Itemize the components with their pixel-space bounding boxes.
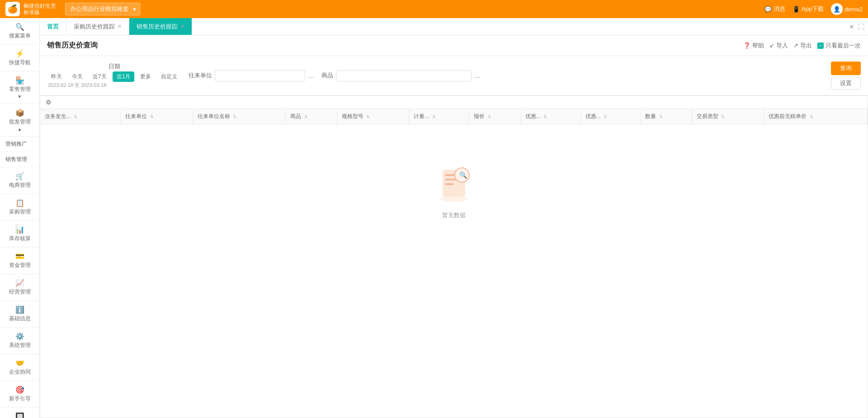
col-unit[interactable]: 计量... ⇅ xyxy=(409,109,469,124)
sidebar-item-marketing[interactable]: 营销推广 xyxy=(0,137,39,152)
table-toolbar: ⚙ xyxy=(40,96,868,109)
user-menu[interactable]: 👤 demo2 xyxy=(831,3,863,15)
sidebar-item-label: 电商管理 xyxy=(9,181,31,189)
sidebar-item-label: 批发管理 xyxy=(9,118,31,126)
app-download-btn[interactable]: 📱 App下载 xyxy=(793,5,824,13)
date-options: 昨天 今天 近7天 近1月 更多 自定义 xyxy=(47,71,181,82)
col-spec[interactable]: 规格型号 ⇅ xyxy=(337,109,409,124)
date-btn-today[interactable]: 今天 xyxy=(68,71,87,82)
settings-button[interactable]: 设置 xyxy=(831,77,861,90)
col-trade-type[interactable]: 交易类型 ⇅ xyxy=(692,109,764,124)
sort-icon: ⇅ xyxy=(721,114,725,119)
sidebar-item-search-menu[interactable]: 🔍 搜索菜单 xyxy=(0,18,39,45)
date-label: 日期 xyxy=(108,62,120,71)
col-label: 交易类型 xyxy=(697,113,718,119)
partner-dots-btn[interactable]: ... xyxy=(308,71,314,80)
col-partner-code[interactable]: 往来单位 ⇅ xyxy=(121,109,193,124)
message-icon: 💬 xyxy=(764,6,772,13)
help-icon: ❓ xyxy=(743,42,750,49)
sidebar-item-enterprise-collab[interactable]: 🤝 企业协同 xyxy=(0,354,39,381)
main-content: 首页 采购历史价跟踪 ✕ 销售历史价跟踪 ✕ ✕ ⛶ 销售历史价查询 xyxy=(40,18,868,418)
app-center-icon: 🔲 xyxy=(15,412,24,418)
col-discount2[interactable]: 优惠... ⇅ xyxy=(580,109,641,124)
empty-state: 🔍 暂无数据 xyxy=(40,124,868,256)
sidebar-item-system[interactable]: ⚙️ 系统管理 xyxy=(0,328,39,354)
column-settings-icon[interactable]: ⚙ xyxy=(46,99,52,106)
wholesale-icon: 📦 xyxy=(15,109,24,117)
col-quote[interactable]: 报价 ⇅ xyxy=(469,109,521,124)
sidebar-item-basic-info[interactable]: ℹ️ 基础信息 xyxy=(0,301,39,328)
help-btn[interactable]: ❓ 帮助 xyxy=(743,42,764,50)
checkbox-icon: ✓ xyxy=(817,43,824,49)
message-btn[interactable]: 💬 消息 xyxy=(764,5,785,13)
date-filter-group: 日期 昨天 今天 近7天 近1月 更多 自定义 2023-02-18 至 202… xyxy=(47,62,181,89)
sidebar-item-sales-mgmt[interactable]: 销售管理 xyxy=(0,152,39,167)
tab-purchase-history[interactable]: 采购历史价跟踪 ✕ xyxy=(66,18,129,35)
guide-icon: 🎯 xyxy=(15,385,24,394)
col-label: 往来单位 xyxy=(125,113,147,119)
top-bar: 🍊 畅捷信好生意 标准版 办公用品行业模拟账套 💬 消息 📱 App下载 👤 d… xyxy=(0,0,868,18)
sidebar-item-operations[interactable]: 📈 经营管理 xyxy=(0,274,39,301)
sidebar-item-inventory[interactable]: 📊 库存核算 xyxy=(0,221,39,247)
empty-illustration: 🔍 xyxy=(40,161,868,206)
sidebar-item-purchase[interactable]: 📋 采购管理 xyxy=(0,194,39,221)
date-btn-yesterday[interactable]: 昨天 xyxy=(47,71,66,82)
sort-icon: ⇅ xyxy=(304,114,308,119)
tab-home[interactable]: 首页 xyxy=(40,18,66,35)
empty-text: 暂无数据 xyxy=(40,211,868,219)
sort-icon: ⇅ xyxy=(659,114,663,119)
export-btn[interactable]: ↗ 导出 xyxy=(793,42,812,50)
col-product[interactable]: 商品 ⇅ xyxy=(286,109,337,124)
product-label: 商品 xyxy=(321,71,333,80)
avatar: 👤 xyxy=(831,3,843,15)
svg-rect-4 xyxy=(445,183,454,185)
tab-bar: 首页 采购历史价跟踪 ✕ 销售历史价跟踪 ✕ ✕ ⛶ xyxy=(40,18,868,35)
query-button[interactable]: 查询 xyxy=(831,62,861,75)
sidebar-item-label: 资金管理 xyxy=(9,261,31,269)
only-last-checkbox[interactable]: ✓ 只看最后一次 xyxy=(817,42,861,50)
sidebar-item-new-guide[interactable]: 🎯 新手引导 xyxy=(0,381,39,408)
sidebar-item-label: 采购管理 xyxy=(9,208,31,216)
sidebar-item-quick-nav[interactable]: ⚡ 快捷导航 xyxy=(0,45,39,71)
sidebar-item-label: 搜索菜单 xyxy=(9,32,31,40)
tab-sales-history[interactable]: 销售历史价跟踪 ✕ xyxy=(129,18,192,35)
tab-bar-actions: ✕ ⛶ xyxy=(845,18,868,35)
date-btn-1month[interactable]: 近1月 xyxy=(113,71,135,82)
filter-bar: 日期 昨天 今天 近7天 近1月 更多 自定义 2023-02-18 至 202… xyxy=(40,56,868,95)
tab-close-sales[interactable]: ✕ xyxy=(180,24,184,29)
account-selector[interactable]: 办公用品行业模拟账套 xyxy=(65,3,140,15)
sidebar-item-finance[interactable]: 💳 资金管理 xyxy=(0,247,39,274)
basic-info-icon: ℹ️ xyxy=(15,305,24,314)
top-bar-right: 💬 消息 📱 App下载 👤 demo2 xyxy=(764,3,863,15)
date-btn-more[interactable]: 更多 xyxy=(136,71,155,82)
date-btn-custom[interactable]: 自定义 xyxy=(157,71,181,82)
sort-icon: ⇅ xyxy=(74,114,77,119)
col-partner-name[interactable]: 往来单位名称 ⇅ xyxy=(193,109,285,124)
col-business-date[interactable]: 业务发生... ⇅ xyxy=(40,109,121,124)
sidebar-item-wholesale-mgmt[interactable]: 📦 批发管理 ▲ xyxy=(0,104,39,137)
sidebar-item-retail-mgmt[interactable]: 🏪 零售管理 ▼ xyxy=(0,71,39,104)
import-btn[interactable]: ↙ 导入 xyxy=(769,42,788,50)
product-input[interactable] xyxy=(336,70,472,81)
sort-icon: ⇅ xyxy=(810,114,813,119)
product-dots-btn[interactable]: ... xyxy=(474,71,480,80)
export-icon: ↗ xyxy=(793,42,798,49)
col-pre-tax-price[interactable]: 优惠前无税单价 ⇅ xyxy=(764,109,868,124)
retail-icon: 🏪 xyxy=(15,76,24,85)
sidebar-item-app-center[interactable]: 🔲 应用中心 xyxy=(0,408,39,418)
inventory-icon: 📊 xyxy=(15,225,24,234)
svg-rect-3 xyxy=(445,179,456,180)
sidebar-item-ecommerce[interactable]: 🛒 电商管理 xyxy=(0,167,39,194)
col-label: 计量... xyxy=(414,113,429,119)
date-btn-7days[interactable]: 近7天 xyxy=(89,71,111,82)
col-discount1[interactable]: 优惠... ⇅ xyxy=(520,109,580,124)
tab-close-purchase[interactable]: ✕ xyxy=(118,24,122,29)
maximize-btn[interactable]: ⛶ xyxy=(858,23,864,30)
col-quantity[interactable]: 数量 ⇅ xyxy=(641,109,692,124)
close-all-tabs-btn[interactable]: ✕ xyxy=(849,23,854,30)
partner-input[interactable] xyxy=(215,70,305,81)
finance-icon: 💳 xyxy=(15,252,24,261)
purchase-icon: 📋 xyxy=(15,199,24,207)
svg-text:🔍: 🔍 xyxy=(459,171,467,179)
svg-point-0 xyxy=(440,196,467,202)
